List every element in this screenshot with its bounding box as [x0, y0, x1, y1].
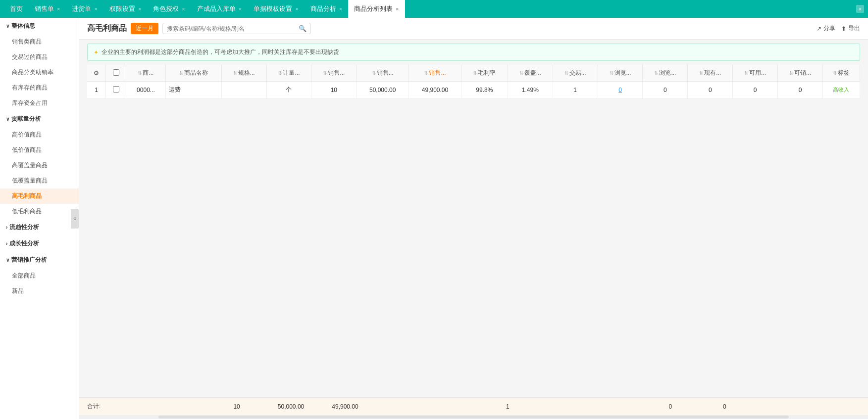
- col-name[interactable]: ⇅商品名称: [165, 65, 221, 82]
- nav-purchase-order[interactable]: 进货单 ×: [66, 0, 103, 18]
- footer-spacer3: [535, 403, 589, 410]
- search-input[interactable]: [167, 25, 299, 32]
- col-gross-margin[interactable]: ⇅毛利率: [461, 65, 508, 82]
- content-area: 高毛利商品 近一月 🔍 ↗ 分享 ⬆ 导出 ✦ 企业的主要的利润都是这部分商品创…: [79, 18, 868, 419]
- nav-role-auth[interactable]: 角色授权 ×: [147, 0, 191, 18]
- col-checkbox[interactable]: [105, 65, 126, 82]
- cell-unit: 个: [266, 82, 311, 98]
- col-unit[interactable]: ⇅计量...: [266, 65, 311, 82]
- col-saleable[interactable]: ⇅可销...: [778, 65, 823, 82]
- table-container: ⚙ ⇅商... ⇅商品名称 ⇅规格... ⇅计量... ⇅销售... ⇅销售..…: [79, 65, 868, 397]
- sidebar-item-all-goods[interactable]: 全部商品: [0, 268, 79, 283]
- cell-view1[interactable]: 0: [598, 82, 643, 98]
- col-view2[interactable]: ⇅浏览...: [643, 65, 688, 82]
- close-permission[interactable]: ×: [138, 6, 141, 12]
- bottom-scrollbar[interactable]: [79, 415, 868, 419]
- sidebar-section-marketing[interactable]: ∨ 营销推广分析: [0, 252, 79, 268]
- sidebar-item-traded-goods[interactable]: 交易过的商品: [0, 49, 79, 65]
- search-box[interactable]: 🔍: [162, 23, 311, 34]
- cell-transaction: 1: [553, 82, 598, 98]
- top-navigation: 首页 销售单 × 进货单 × 权限设置 × 角色授权 × 产成品入库单 × 单据…: [0, 0, 868, 18]
- nav-permission-setting[interactable]: 权限设置 ×: [103, 0, 147, 18]
- sidebar: « ∨ 整体信息 销售类商品 交易过的商品 商品分类助销率 有库存的商品 库存资…: [0, 18, 79, 419]
- scroll-track[interactable]: [158, 416, 789, 419]
- share-button[interactable]: ↗ 分享: [817, 24, 835, 33]
- col-sales-profit[interactable]: ⇅销售...: [409, 65, 461, 82]
- row-checkbox[interactable]: [113, 86, 119, 93]
- close-sales-order[interactable]: ×: [57, 6, 60, 12]
- sidebar-section-growth[interactable]: › 成长性分析: [0, 235, 79, 252]
- sidebar-item-stock-capital[interactable]: 库存资金占用: [0, 95, 79, 111]
- sidebar-section-trend[interactable]: › 流趋性分析: [0, 219, 79, 235]
- sidebar-item-low-margin[interactable]: 低毛利商品: [0, 204, 79, 219]
- nav-product-analysis-list[interactable]: 商品分析列表 ×: [348, 0, 405, 18]
- footer-spacer6: [806, 403, 860, 410]
- col-spec[interactable]: ⇅规格...: [221, 65, 266, 82]
- close-product-inbound[interactable]: ×: [239, 6, 242, 12]
- close-template[interactable]: ×: [295, 6, 298, 12]
- footer-spacer1: [372, 403, 426, 410]
- sidebar-item-in-stock[interactable]: 有库存的商品: [0, 80, 79, 95]
- arrow-growth: ›: [6, 241, 7, 246]
- nav-product-inbound[interactable]: 产成品入库单 ×: [191, 0, 248, 18]
- close-role-auth[interactable]: ×: [182, 6, 185, 12]
- time-filter-button[interactable]: 近一月: [131, 23, 158, 34]
- col-settings[interactable]: ⚙: [87, 65, 105, 82]
- col-view1[interactable]: ⇅浏览...: [598, 65, 643, 82]
- footer-sales-amount: 50,000.00: [264, 403, 318, 410]
- close-purchase-order[interactable]: ×: [94, 6, 97, 12]
- cell-code: 0000...: [126, 82, 165, 98]
- nav-template-setting[interactable]: 单据模板设置 ×: [248, 0, 304, 18]
- export-button[interactable]: ⬆ 导出: [841, 24, 860, 33]
- data-table: ⚙ ⇅商... ⇅商品名称 ⇅规格... ⇅计量... ⇅销售... ⇅销售..…: [87, 65, 860, 98]
- arrow-contribution: ∨: [6, 116, 9, 122]
- footer-transaction: 1: [481, 403, 535, 410]
- col-available[interactable]: ⇅可用...: [733, 65, 778, 82]
- content-header: 高毛利商品 近一月 🔍 ↗ 分享 ⬆ 导出: [79, 18, 868, 40]
- sidebar-item-high-coverage[interactable]: 高覆盖量商品: [0, 158, 79, 173]
- nav-product-analysis[interactable]: 商品分析 ×: [305, 0, 348, 18]
- footer-sales-qty: 10: [209, 403, 263, 410]
- select-all-checkbox[interactable]: [113, 69, 119, 76]
- sidebar-section-contribution[interactable]: ∨ 贡献量分析: [0, 111, 79, 127]
- nav-home[interactable]: 首页: [4, 0, 29, 18]
- col-transaction[interactable]: ⇅交易...: [553, 65, 598, 82]
- nav-sales-order[interactable]: 销售单 ×: [29, 0, 66, 18]
- footer-cells: 10 50,000.00 49,900.00 1 0 0: [120, 403, 860, 410]
- sidebar-item-category-rate[interactable]: 商品分类助销率: [0, 65, 79, 80]
- page-title: 高毛利商品: [87, 23, 127, 34]
- col-tag[interactable]: ⇅标签: [822, 65, 860, 82]
- cell-checkbox[interactable]: [105, 82, 126, 98]
- sidebar-item-high-value[interactable]: 高价值商品: [0, 127, 79, 142]
- cell-spec: [221, 82, 266, 98]
- sidebar-section-overall[interactable]: ∨ 整体信息: [0, 18, 79, 34]
- sidebar-item-low-coverage[interactable]: 低覆盖量商品: [0, 173, 79, 188]
- cell-sales-amount: 50,000.00: [357, 82, 409, 98]
- sidebar-item-new-goods[interactable]: 新品: [0, 283, 79, 299]
- col-code[interactable]: ⇅商...: [126, 65, 165, 82]
- col-sales-amount[interactable]: ⇅销售...: [357, 65, 409, 82]
- close-product-analysis[interactable]: ×: [339, 6, 342, 12]
- share-icon: ↗: [817, 25, 821, 32]
- cell-view2: 0: [643, 82, 688, 98]
- table-header-row: ⚙ ⇅商... ⇅商品名称 ⇅规格... ⇅计量... ⇅销售... ⇅销售..…: [87, 65, 860, 82]
- info-icon: ✦: [94, 49, 99, 56]
- sidebar-item-low-value[interactable]: 低价值商品: [0, 142, 79, 158]
- col-sales-qty[interactable]: ⇅销售...: [311, 65, 357, 82]
- close-analysis-list[interactable]: ×: [396, 6, 399, 12]
- export-icon: ⬆: [841, 25, 846, 32]
- window-close-btn[interactable]: ×: [856, 5, 864, 13]
- sidebar-item-sales-goods[interactable]: 销售类商品: [0, 34, 79, 49]
- footer-total-bar: 合计: 10 50,000.00 49,900.00 1 0 0: [79, 397, 868, 415]
- col-current-stock[interactable]: ⇅现有...: [688, 65, 733, 82]
- search-icon: 🔍: [299, 25, 306, 32]
- cell-current-stock: 0: [688, 82, 733, 98]
- sidebar-collapse-btn[interactable]: «: [71, 209, 79, 229]
- cell-coverage: 1.49%: [508, 82, 553, 98]
- footer-current-stock: 0: [643, 403, 697, 410]
- sidebar-item-high-margin[interactable]: 高毛利商品: [0, 188, 79, 204]
- cell-gross-margin: 99.8%: [461, 82, 508, 98]
- col-coverage[interactable]: ⇅覆盖...: [508, 65, 553, 82]
- cell-available: 0: [733, 82, 778, 98]
- total-label: 合计:: [87, 402, 101, 411]
